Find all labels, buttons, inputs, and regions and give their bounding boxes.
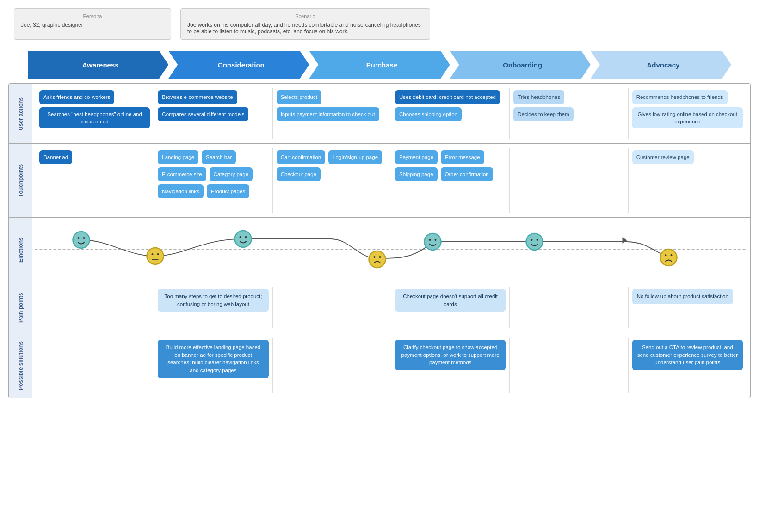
svg-point-21 [526,233,543,250]
pp-purchase-col [273,287,391,328]
svg-point-7 [83,237,85,239]
svg-point-8 [147,248,164,264]
svg-point-12 [235,231,252,247]
ua-card-12: Gives low rating online based on checkou… [632,107,743,128]
svg-point-10 [157,253,159,255]
stage-purchase: Purchase [309,51,450,79]
pp-card-2: Checkout page doesn't support all credit… [395,289,506,312]
sol-onboarding-col: Clarify checkout page to show accepted p… [391,338,510,393]
ua-onboarding-col: Uses debit card; credit card not accepte… [391,88,510,139]
pain-points-content: Too many steps to get to desired product… [32,282,750,333]
tp-card-13: Shipping page [395,167,438,181]
tp-card-9: Login/sign-up page [328,150,382,164]
svg-point-9 [152,253,154,255]
ua-card-7: Uses debit card; credit card not accepte… [395,90,500,104]
tp-card-2: Landing page [158,150,198,164]
pain-points-row: Pain points Too many steps to get to des… [9,282,750,333]
ua-card-2: Searches "best headphones" online and cl… [39,107,150,128]
stage-advocacy: Advocacy [591,51,731,79]
tp-card-6: Navigation links [158,184,204,198]
tp-card-14: Order confirmation [441,167,493,181]
emotions-svg [32,221,750,277]
stage-consideration: Consideration [168,51,309,79]
ua-tries-col: Tries headphones Decides to keep them [510,88,628,139]
svg-point-22 [531,239,533,241]
scenario-label: Scenario [187,13,423,19]
ua-advocacy-col: Recommends headphones to friends Gives l… [629,88,747,139]
svg-point-15 [369,251,386,268]
ua-awareness-col: Asks friends and co-workers Searches "be… [36,88,154,139]
sol-advocacy-col: Send out a CTA to review product, and se… [629,338,747,393]
persona-content: Joe, 32, graphic designer [21,22,164,28]
ua-card-10: Decides to keep them [513,107,573,121]
svg-point-26 [671,254,673,256]
svg-point-18 [425,233,441,250]
emotions-content [32,218,750,282]
persona-label: Persona [21,13,164,19]
svg-point-20 [435,239,437,241]
stage-onboarding: Onboarding [450,51,591,79]
emotions-label: Emotions [9,218,32,282]
tp-card-3: Search bar [202,150,236,164]
pp-card-3: No follow-up about product satisfaction [632,289,733,304]
tp-tries-col [510,148,628,213]
tp-awareness-col: Banner ad [36,148,154,213]
pp-card-1: Too many steps to get to desired product… [158,289,268,312]
svg-point-24 [660,249,677,266]
tp-onboarding-col: Payment page Error message Shipping page… [391,148,510,213]
pain-points-label: Pain points [9,282,32,333]
persona-box: Persona Joe, 32, graphic designer [14,8,171,40]
svg-point-17 [379,256,381,258]
emotions-row: Emotions [9,218,750,282]
pp-consideration-col: Too many steps to get to desired product… [154,287,272,328]
tp-card-12: Error message [441,150,484,164]
sol-consideration-col: Build more effective landing page based … [154,338,272,393]
stage-awareness: Awareness [28,51,168,79]
touchpoints-label: Touchpoints [9,144,32,217]
solutions-row: Possible solutions Build more effective … [9,333,750,398]
svg-point-23 [537,239,538,241]
ua-card-11: Recommends headphones to friends [632,90,728,104]
scenario-content: Joe works on his computer all day, and h… [187,22,423,35]
svg-point-6 [78,237,80,239]
ua-card-9: Tries headphones [513,90,564,104]
pp-tries-col [510,287,628,328]
svg-point-16 [374,256,376,258]
sol-card-2: Clarify checkout page to show accepted p… [395,340,506,370]
tp-card-5: Category page [210,167,253,181]
main-table: User actions Asks friends and co-workers… [8,83,751,398]
sol-purchase-col [273,338,391,393]
tp-consideration-col: Landing page Search bar E-commerce site … [154,148,272,213]
tp-card-1: Banner ad [39,150,72,164]
svg-point-5 [73,232,90,248]
tp-advocacy-col: Customer review page [629,148,747,213]
user-actions-content: Asks friends and co-workers Searches "be… [32,84,750,143]
touchpoints-row: Touchpoints Banner ad Landing page Searc… [9,144,750,218]
tp-purchase-col: Cart confirmation Login/sign-up page Che… [273,148,391,213]
ua-card-4: Compares several different models [158,107,248,121]
pp-onboarding-col: Checkout page doesn't support all credit… [391,287,510,328]
ua-card-1: Asks friends and co-workers [39,90,114,104]
pp-awareness-col [36,287,154,328]
solutions-label: Possible solutions [9,333,32,398]
tp-card-7: Product pages [207,184,249,198]
tp-card-4: E-commerce site [158,167,206,181]
ua-consideration-col: Browses e-commerce website Compares seve… [154,88,272,139]
ua-card-6: Inputs payment information to check out [277,107,379,121]
solutions-content: Build more effective landing page based … [32,333,750,398]
svg-marker-4 [623,237,627,244]
touchpoints-content: Banner ad Landing page Search bar E-comm… [32,144,750,217]
sol-tries-col [510,338,628,393]
tp-card-15: Customer review page [632,150,694,164]
ua-card-8: Chooses shipping option [395,107,462,121]
pp-advocacy-col: No follow-up about product satisfaction [629,287,747,328]
ua-card-5: Selects product [277,90,321,104]
svg-point-25 [665,254,667,256]
sol-awareness-col [36,338,154,393]
ua-purchase-col: Selects product Inputs payment informati… [273,88,391,139]
user-actions-label: User actions [9,84,32,143]
ua-card-3: Browses e-commerce website [158,90,237,104]
tp-card-8: Cart confirmation [277,150,326,164]
svg-point-14 [245,236,247,238]
sol-card-1: Build more effective landing page based … [158,340,268,378]
